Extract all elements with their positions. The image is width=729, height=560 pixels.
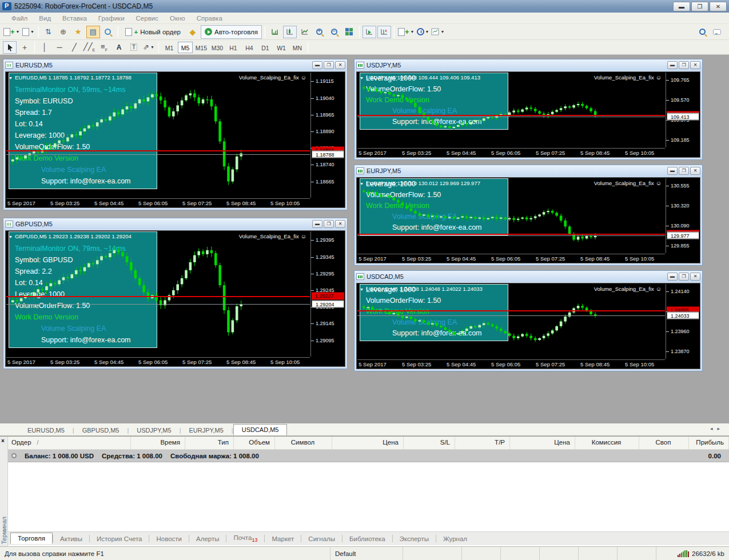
bars-chart-button[interactable] [268, 26, 282, 38]
terminal-tab-8[interactable]: Библиотека [342, 534, 392, 544]
ea-smiley-icon[interactable]: ☺ [656, 286, 662, 292]
chart-window-titlebar[interactable]: EURJPY,M5 ▬ ❒ ✕ [354, 165, 702, 177]
chart-close-button[interactable]: ✕ [690, 61, 700, 69]
price-axis[interactable]: 1.191151.190401.189651.188901.188151.187… [310, 73, 345, 198]
terminal-tab-6[interactable]: Маркет [265, 534, 301, 544]
new-chart-button[interactable]: +▼ [3, 26, 21, 38]
trendline-tool[interactable]: ╱ [67, 41, 81, 54]
zoom-out-button[interactable]: − [328, 26, 341, 38]
column-header-0[interactable]: Ордер/ [8, 437, 131, 449]
time-axis[interactable]: 5 Sep 20175 Sep 03:255 Sep 04:455 Sep 06… [357, 148, 665, 157]
timeframe-button-m15[interactable]: M15 [194, 42, 209, 53]
chart-plot-area[interactable]: Leverage: 1000VolumeOrderFlow: 1.50Work … [357, 284, 665, 359]
new-order-button[interactable]: +Новый ордер [121, 26, 185, 38]
terminal-tab-1[interactable]: Активы [53, 534, 89, 544]
data-window-button[interactable]: ⊕ [57, 26, 70, 38]
menu-item[interactable]: Вид [33, 15, 57, 22]
chart-plot-area[interactable]: TerminalMonitor ON, 79ms, ~14msSymbol: G… [6, 231, 310, 357]
titlebar[interactable]: 5225094: RoboForex-ProCent - USDCAD,M5 ▬… [0, 0, 729, 13]
column-header-1[interactable]: Время [131, 437, 185, 449]
chart-window-titlebar[interactable]: EURUSD,M5 ▬ ❒ ✕ [3, 59, 347, 71]
chart-tab-usdcad[interactable]: USDCAD,M5 [233, 424, 288, 435]
chart-restore-button[interactable]: ❒ [679, 167, 689, 175]
column-header-4[interactable]: Символ [275, 437, 332, 449]
chart-tab-eurusd[interactable]: EURUSD,M5 [19, 425, 73, 435]
chart-plot-area[interactable]: TerminalMonitor ON, 59ms, ~14msSymbol: E… [6, 73, 310, 198]
ea-smiley-icon[interactable]: ☺ [301, 74, 306, 81]
time-axis[interactable]: 5 Sep 20175 Sep 03:255 Sep 04:455 Sep 06… [357, 254, 665, 263]
ea-smiley-icon[interactable]: ☺ [301, 233, 306, 239]
minimize-button[interactable]: ▬ [673, 2, 690, 11]
chart-close-button[interactable]: ✕ [690, 273, 700, 281]
timeframe-button-mn[interactable]: MN [290, 42, 305, 53]
time-axis[interactable]: 5 Sep 20175 Sep 03:255 Sep 04:455 Sep 06… [6, 357, 310, 366]
equidistant-channel-tool[interactable]: ╱╱E [82, 41, 96, 54]
terminal-tab-7[interactable]: Сигналы [301, 534, 342, 544]
timeframe-button-m1[interactable]: M1 [162, 42, 177, 53]
chart-tab-usdjpy[interactable]: USDJPY,M5 [129, 425, 179, 435]
price-axis[interactable]: 109.765109.570109.375109.185109.424109.4… [666, 73, 700, 147]
chart-restore-button[interactable]: ❒ [679, 61, 689, 69]
chart-restore-button[interactable]: ❒ [324, 61, 334, 69]
chart-window-titlebar[interactable]: USDCAD,M5 ▬ ❒ ✕ [354, 271, 702, 282]
column-header-3[interactable]: Объем [234, 437, 275, 449]
zoom-in-button[interactable]: + [313, 26, 326, 38]
terminal-tab-2[interactable]: История Счета [90, 534, 149, 544]
terminal-close-icon[interactable]: × [1, 438, 5, 444]
fibonacci-tool[interactable]: ≡F [97, 41, 111, 54]
ea-smiley-icon[interactable]: ☺ [656, 74, 662, 81]
timeframe-button-w1[interactable]: W1 [274, 42, 289, 53]
column-header-2[interactable]: Тип [185, 437, 234, 449]
chart-minimize-button[interactable]: ▬ [667, 61, 678, 69]
tab-scroll-arrows[interactable]: ◂▸ [710, 426, 724, 431]
timeframe-button-h4[interactable]: H4 [242, 42, 257, 53]
community-chat-button[interactable] [710, 26, 724, 38]
ea-smiley-icon[interactable]: ☺ [656, 180, 662, 186]
periods-button[interactable]: ▼ [416, 26, 429, 38]
menu-item[interactable]: Сервис [130, 15, 164, 22]
cursor-tool[interactable] [3, 41, 17, 54]
terminal-button[interactable]: ▤ [86, 26, 100, 38]
menu-item[interactable]: Графики [93, 15, 130, 22]
crosshair-tool[interactable]: + [18, 41, 31, 54]
column-header-10[interactable]: Своп [639, 437, 689, 449]
chart-shift-button[interactable] [377, 26, 391, 38]
chart-close-button[interactable]: ✕ [335, 220, 345, 228]
menu-item[interactable]: Окно [164, 15, 191, 22]
templates-button[interactable]: ▼ [431, 26, 445, 38]
column-header-5[interactable]: Цена [332, 437, 404, 449]
line-chart-button[interactable] [298, 26, 312, 38]
chart-close-button[interactable]: ✕ [335, 61, 345, 69]
timeframe-button-h1[interactable]: H1 [226, 42, 241, 53]
chart-minimize-button[interactable]: ▬ [312, 61, 322, 69]
vertical-line-tool[interactable]: │ [38, 41, 51, 54]
search-button[interactable] [695, 26, 709, 38]
close-button[interactable]: ✕ [710, 2, 727, 11]
chart-minimize-button[interactable]: ▬ [667, 273, 678, 281]
status-profile[interactable]: Default [330, 547, 403, 560]
chart-plot-area[interactable]: Leverage: 1000VolumeOrderFlow: 1.50Work … [357, 73, 665, 147]
timeframe-button-m5[interactable]: M5 [178, 42, 193, 53]
text-tool[interactable]: A [112, 41, 126, 54]
arrows-tool[interactable]: ⇗▼ [142, 41, 156, 54]
chart-window-titlebar[interactable]: GBPUSD,M5 ▬ ❒ ✕ [3, 218, 347, 230]
terminal-tab-3[interactable]: Новости [149, 534, 189, 544]
chart-minimize-button[interactable]: ▬ [667, 167, 678, 175]
candlestick-chart-button[interactable] [283, 26, 297, 38]
profiles-button[interactable]: ▼ [22, 26, 35, 38]
chart-restore-button[interactable]: ❒ [679, 273, 689, 281]
autotrade-button[interactable]: Авто-торговля [201, 25, 262, 39]
horizontal-line-tool[interactable]: ─ [53, 41, 66, 54]
terminal-tab-9[interactable]: Эксперты [393, 534, 436, 544]
chart-tab-eurjpy[interactable]: EURJPY,M5 [181, 425, 232, 435]
timeframe-button-d1[interactable]: D1 [258, 42, 273, 53]
chart-close-button[interactable]: ✕ [690, 167, 700, 175]
price-axis[interactable]: 130.555130.320130.090129.855129.977129.9… [666, 178, 700, 253]
chart-restore-button[interactable]: ❒ [324, 220, 334, 228]
chart-tab-gbpusd[interactable]: GBPUSD,M5 [74, 425, 128, 435]
chart-plot-area[interactable]: Leverage: 1000VolumeOrderFlow: 1.50Work … [357, 178, 665, 253]
restore-button[interactable]: ❒ [691, 2, 708, 11]
market-watch-button[interactable]: ⇅ [42, 26, 55, 38]
chart-minimize-button[interactable]: ▬ [312, 220, 322, 228]
timeframe-button-m30[interactable]: M30 [210, 42, 225, 53]
